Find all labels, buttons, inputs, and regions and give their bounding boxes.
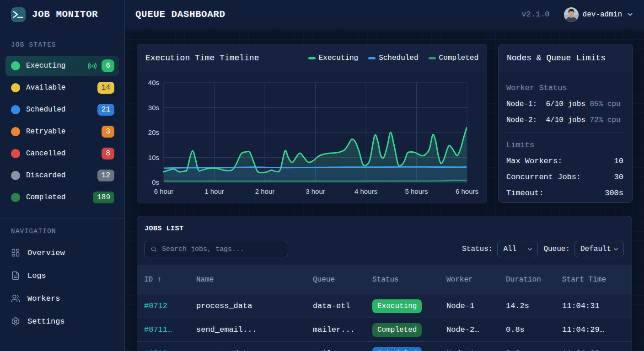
svg-text:4 hours: 4 hours [354,187,377,195]
svg-text:10s: 10s [148,154,159,161]
svg-text:1 hour: 1 hour [204,187,224,195]
svg-text:20s: 20s [148,128,159,136]
svg-text:2 hour: 2 hour [255,187,275,195]
svg-text:6 hour: 6 hour [154,187,174,195]
svg-text:30s: 30s [148,104,159,112]
svg-text:40s: 40s [148,79,159,86]
svg-text:3 hour: 3 hour [306,187,325,195]
svg-text:0s: 0s [152,178,159,186]
svg-text:5 hours: 5 hours [405,187,428,195]
svg-text:6 hours: 6 hours [456,187,478,195]
